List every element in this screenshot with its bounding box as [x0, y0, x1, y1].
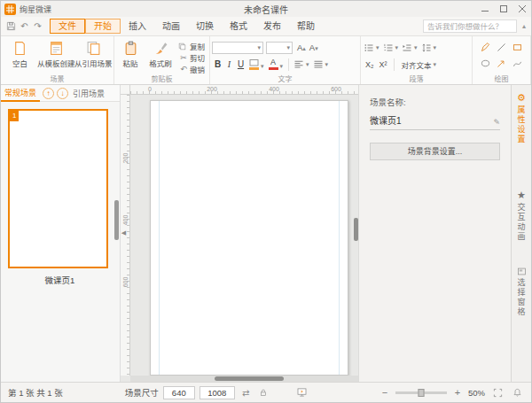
arrow-tool-button[interactable]: [494, 55, 510, 71]
chevron-down-icon: ▾: [324, 61, 331, 68]
minimize-button[interactable]: [475, 1, 494, 17]
edit-name-icon[interactable]: ✎: [493, 118, 500, 127]
file-menu-button[interactable]: 文件: [50, 19, 85, 34]
minimize-icon: [481, 5, 489, 12]
scene-size-controls: 场景尺寸 ⇄: [125, 386, 270, 399]
subscript-button[interactable]: X₂: [365, 60, 374, 69]
bullet-list-button[interactable]: ▾: [364, 43, 381, 53]
document-title: 未命名课件: [1, 3, 531, 16]
canvas-hscrollbar-thumb[interactable]: [215, 376, 284, 381]
superscript-button[interactable]: X²: [379, 60, 387, 69]
bold-button[interactable]: B: [212, 59, 223, 69]
move-down-button[interactable]: ↓: [57, 88, 68, 99]
tab-properties-label: 属性设置: [516, 105, 528, 144]
zoom-slider[interactable]: [395, 391, 447, 394]
align-left-button[interactable]: ▾: [293, 59, 311, 70]
clipboard-small-buttons: 复制 ✂ 剪切 ↶ 撤销: [178, 39, 205, 74]
format-painter-label: 格式刷: [145, 58, 176, 68]
chevron-down-icon: ▾: [278, 63, 286, 70]
maximize-icon: [500, 5, 507, 12]
align-text-button[interactable]: 对齐文本 ▾: [399, 59, 439, 70]
cut-button[interactable]: ✂ 剪切: [178, 52, 205, 64]
zoom-in-button[interactable]: +: [453, 387, 462, 398]
decrease-font-button[interactable]: A▾: [309, 43, 318, 52]
justify-button[interactable]: ▾: [313, 59, 331, 70]
tab-home[interactable]: 开始: [85, 19, 121, 34]
tab-insert[interactable]: 插入: [121, 18, 154, 35]
tab-reference-scenes[interactable]: 引用场景: [73, 88, 105, 99]
ellipse-tool-button[interactable]: [478, 55, 494, 71]
chevron-down-icon: ▾: [285, 44, 292, 51]
tab-properties[interactable]: ⚙ 属性设置: [512, 92, 531, 144]
preview-icon[interactable]: [295, 387, 309, 398]
ruler-label: 0: [148, 86, 152, 92]
fullscreen-icon[interactable]: [491, 388, 505, 398]
copy-button[interactable]: 复制: [178, 41, 205, 52]
page-indicator: 第 1 张 共 1 张: [8, 386, 63, 399]
tab-help[interactable]: 帮助: [289, 18, 323, 35]
tab-selection-pane[interactable]: 选择窗格: [512, 267, 531, 317]
background-settings-button[interactable]: 场景背景设置...: [370, 143, 500, 160]
copy-icon: [178, 43, 189, 50]
scene-height-input[interactable]: [200, 386, 235, 399]
rect-tool-button[interactable]: [510, 39, 526, 55]
from-reference-button[interactable]: 从引用场景: [74, 39, 112, 74]
zoom-slider-thumb[interactable]: [418, 389, 424, 397]
line-tool-button[interactable]: [494, 39, 510, 55]
save-button[interactable]: [4, 19, 18, 34]
tab-format[interactable]: 格式: [222, 18, 255, 35]
down-arrow-icon: ↓: [61, 89, 65, 97]
tab-transition[interactable]: 切换: [188, 18, 222, 35]
font-size-select[interactable]: ▾: [266, 42, 293, 54]
redo-button[interactable]: ↷: [31, 19, 44, 34]
slides-scrollbar-thumb[interactable]: [114, 200, 119, 240]
fill-color-button[interactable]: ▾: [249, 59, 266, 70]
maximize-button[interactable]: [494, 1, 512, 17]
pen-tool-button[interactable]: [478, 39, 494, 55]
chevron-down-icon: ▾: [432, 61, 439, 68]
swap-size-icon[interactable]: ⇄: [239, 388, 253, 398]
underline-button[interactable]: U: [235, 59, 246, 69]
blank-scene-button[interactable]: 空白: [3, 39, 37, 74]
increase-font-button[interactable]: A▴: [297, 43, 306, 52]
indent-icon: [402, 43, 412, 53]
main-area: 常规场景 ↑ ↓ 引用场景 1 微课页1 0 200 400 600 200 4…: [1, 85, 531, 382]
scene-page[interactable]: [150, 100, 348, 376]
format-painter-button[interactable]: 格式刷: [145, 39, 176, 74]
tab-publish[interactable]: 发布: [255, 18, 289, 35]
undo-icon: ↶: [20, 21, 27, 31]
gear-icon: ⚙: [517, 92, 526, 104]
line-icon: [496, 42, 507, 53]
up-arrow-icon: ↑: [47, 89, 51, 97]
from-template-button[interactable]: 从模板创建: [37, 39, 74, 74]
scene-width-input[interactable]: [163, 386, 195, 399]
curve-tool-button[interactable]: [510, 55, 526, 71]
slide-thumbnail[interactable]: 1: [8, 109, 108, 268]
tab-animation[interactable]: 动画: [154, 18, 188, 35]
line-spacing-button[interactable]: ▾: [421, 43, 439, 53]
collapse-left-panel-handle[interactable]: ◀: [121, 225, 127, 241]
pen-icon: [480, 42, 491, 53]
undo-button[interactable]: ↶: [18, 19, 31, 34]
move-up-button[interactable]: ↑: [43, 88, 54, 99]
tab-normal-scenes[interactable]: 常规场景: [1, 85, 40, 102]
indent-button[interactable]: ▾: [402, 43, 419, 53]
slides-panel-header: 常规场景 ↑ ↓ 引用场景: [1, 85, 120, 102]
font-color-button[interactable]: A ▾: [269, 58, 286, 70]
zoom-out-button[interactable]: −: [380, 387, 389, 398]
ribbon: 空白 从模板创建 从引用场景 场景 粘贴 格式刷: [1, 36, 531, 85]
canvas-hscrollbar[interactable]: [130, 376, 358, 382]
font-family-select[interactable]: ▾: [212, 42, 263, 54]
number-list-button[interactable]: ▾: [383, 43, 401, 53]
italic-button[interactable]: I: [223, 59, 235, 69]
search-input[interactable]: [423, 19, 517, 33]
titlebar: 绚星微课 未命名课件: [1, 1, 531, 17]
collapse-ribbon-icon[interactable]: ▴: [517, 22, 531, 30]
tab-interaction[interactable]: ★ 交互动画: [512, 190, 531, 242]
notification-bell-icon[interactable]: [511, 388, 524, 398]
divider: [394, 58, 395, 71]
close-button[interactable]: [512, 1, 531, 17]
paste-button[interactable]: 粘贴: [116, 39, 145, 74]
lock-ratio-icon[interactable]: [257, 388, 270, 398]
from-reference-label: 从引用场景: [74, 58, 112, 68]
